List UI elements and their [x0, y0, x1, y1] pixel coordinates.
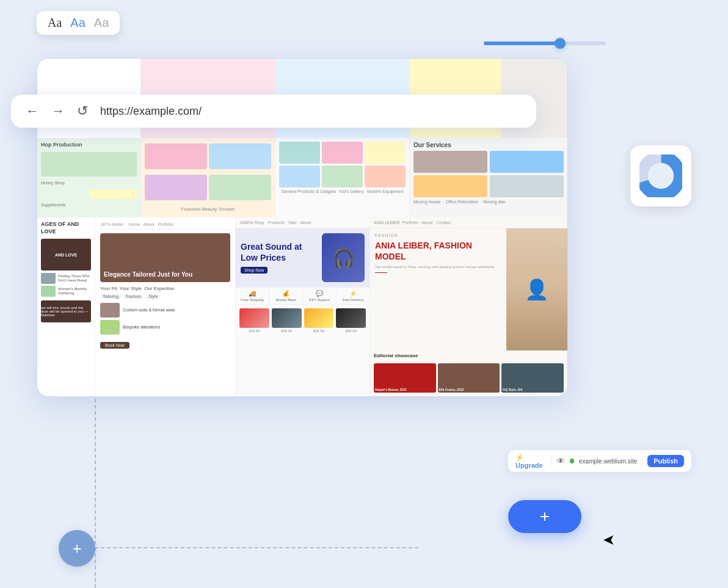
- status-dot: [570, 459, 574, 463]
- mid-site-1-sub: Honey Shop: [41, 181, 137, 185]
- editor-toolbar: ⚡ Upgrade 👁 example.weblium.site Publish: [508, 450, 691, 472]
- svc-thumb-4: [490, 175, 564, 197]
- mid-site-supplements: Supplements: [41, 203, 137, 207]
- font-option-sans[interactable]: Aa: [70, 16, 85, 30]
- shop-hero-content: Great Sound at Low Prices Shop Now: [241, 241, 318, 274]
- fashion-header: ANIA LEIBER Portfolio · About · Contact: [370, 217, 567, 228]
- lb-bottom-banner: we will this, knock and the door will be…: [41, 300, 91, 322]
- shop-product-3[interactable]: $39.99: [304, 308, 334, 333]
- blog-item-2: Bespoke alterations: [100, 320, 230, 335]
- blog-cta-area: Book Now: [100, 338, 230, 349]
- plus-icon-bottom-left: +: [72, 539, 81, 558]
- blog-sub-text: Your Fit. Your Style. Our Expertise: [100, 286, 230, 291]
- blog-items: Custom suits & formal wear Bespoke alter…: [100, 303, 230, 335]
- fashion-content: FASHION ANIA LEIBER, FASHION MODEL Top m…: [370, 228, 506, 350]
- lb-thumb-2: [41, 286, 56, 297]
- upgrade-button[interactable]: ⚡ Upgrade: [515, 454, 546, 469]
- shop-product-1[interactable]: $29.99: [239, 308, 269, 333]
- product-img-4: [336, 308, 366, 328]
- fashion-thumb-1-label: Harper's Bazaar, 2022: [375, 388, 407, 391]
- publish-button[interactable]: Publish: [647, 455, 684, 467]
- shop-product-4[interactable]: $59.99: [336, 308, 366, 333]
- product-price-2: $49.99: [272, 329, 302, 333]
- shop-feat-3-label: 24/7 Support: [309, 298, 330, 302]
- font-selector: Aa Aa Aa: [37, 11, 120, 35]
- lb-item-1: Finding Those Who Don't Have Bread: [41, 273, 91, 284]
- blog-item-1: Custom suits & formal wear: [100, 303, 230, 318]
- shop-cta-button[interactable]: Shop Now: [241, 267, 268, 274]
- shop-products: $29.99 $49.99 $39.99 $59.99: [236, 305, 369, 336]
- shop-feat-1: 🚚 Free Shipping: [236, 288, 269, 304]
- shop-product-2[interactable]: $49.99: [272, 308, 302, 333]
- blog-tag-1: Tailoring: [100, 294, 121, 299]
- fashion-showcase-label: Editorial showcase: [370, 350, 567, 361]
- svc-thumb-2: [490, 151, 564, 173]
- product-price-4: $59.99: [336, 329, 366, 333]
- delivery-icon: ⚡: [338, 290, 368, 297]
- blog-item-2-text: Bespoke alterations: [123, 324, 160, 330]
- lb-item-1-text: Finding Those Who Don't Have Bread: [58, 274, 91, 284]
- support-icon: 💬: [304, 290, 335, 297]
- toolbar-sep-1: [551, 456, 551, 466]
- fashion-hero-area: FASHION ANIA LEIBER, FASHION MODEL Top m…: [370, 228, 567, 350]
- shop-feat-2-label: Money Back: [275, 298, 296, 302]
- mid-site-beauty: Featured Beauty Shower: [141, 138, 275, 217]
- shop-feat-1-label: Free Shipping: [241, 298, 263, 302]
- product-price-3: $39.99: [304, 329, 334, 333]
- font-option-light[interactable]: Aa: [94, 16, 109, 30]
- svc-label-3: Moving afar: [483, 200, 506, 204]
- lb-item-2-text: Women's Monthly Gathering: [58, 287, 91, 297]
- back-button[interactable]: ←: [26, 103, 39, 119]
- fashion-thumb-2[interactable]: Elle France, 2022: [438, 363, 500, 393]
- shop-feat-4: ⚡ Fast Delivery: [337, 288, 369, 304]
- fashion-thumb-3-label: GQ Style, 202: [503, 388, 522, 391]
- lb-banner-text: we will this, knock and the door will be…: [41, 306, 91, 317]
- lb-items: Finding Those Who Don't Have Bread Women…: [41, 273, 91, 297]
- dashed-line-horizontal: [95, 547, 418, 548]
- site-left-blog: AGES OF AND LOVE AND LOVE Finding Those …: [37, 217, 95, 396]
- blog-hero: Elegance Tailored Just for You: [100, 233, 230, 282]
- shop-features: 🚚 Free Shipping 💰 Money Back 💬 24/7 Supp…: [236, 287, 369, 305]
- shop-hero-image: 🎧: [322, 233, 365, 282]
- slider-thumb[interactable]: [555, 38, 566, 49]
- url-input[interactable]: [100, 105, 522, 118]
- mid-sq-3: [365, 142, 406, 164]
- mid-sq-6: [365, 165, 406, 187]
- shop-header: JABRA Shop Products · Sale · About: [236, 217, 369, 228]
- svc-labels: Moving House Office Relocation Moving af…: [413, 200, 564, 204]
- mid-sq-1: [279, 142, 320, 164]
- blog-header-nav: Home · About · Portfolio: [128, 222, 173, 227]
- add-button-bottom-left[interactable]: +: [59, 530, 95, 567]
- slider-track[interactable]: [484, 42, 606, 45]
- eye-button[interactable]: 👁: [556, 456, 565, 466]
- font-option-serif[interactable]: Aa: [48, 16, 62, 30]
- fashion-desc: Top model based in Paris, working with l…: [375, 264, 501, 269]
- mid-tag-1: [41, 189, 88, 199]
- blog-tag-3: Style: [146, 294, 161, 299]
- fashion-nav: Portfolio · About · Contact: [402, 220, 451, 225]
- bottom-strip: AGES OF AND LOVE AND LOVE Finding Those …: [37, 217, 567, 396]
- lb-title: AGES OF AND LOVE: [41, 221, 91, 235]
- fashion-model-image: 👤: [506, 228, 567, 350]
- zoom-slider-container: [484, 42, 606, 45]
- product-img-3: [304, 308, 334, 328]
- refresh-button[interactable]: ↺: [77, 103, 88, 119]
- mid-site-production: Hop Production Honey Shop Supplements: [37, 138, 141, 217]
- plus-icon-main: +: [540, 507, 550, 526]
- site-blog-header: JATH Atelier Home · About · Portfolio: [100, 222, 230, 230]
- shop-nav: Products · Sale · About: [268, 220, 311, 225]
- mid-gadgets-label: General Products & Gadgets · Kid's Galle…: [279, 189, 406, 194]
- fashion-thumb-3[interactable]: GQ Style, 202: [501, 363, 564, 393]
- address-bar: ← → ↺: [11, 95, 536, 128]
- toolbar-sep-2: [642, 456, 642, 466]
- add-button-main[interactable]: +: [508, 500, 581, 533]
- mid-service-title: Our Services: [413, 142, 564, 148]
- lb-item-2: Women's Monthly Gathering: [41, 286, 91, 297]
- mid-sq-5: [322, 165, 363, 187]
- dashed-line-vertical: [95, 399, 96, 588]
- forward-button[interactable]: →: [51, 103, 65, 119]
- shop-feat-3: 💬 24/7 Support: [303, 288, 337, 304]
- blog-item-1-text: Custom suits & formal wear: [123, 307, 175, 313]
- blog-cta-btn[interactable]: Book Now: [100, 342, 129, 349]
- fashion-thumb-1[interactable]: Harper's Bazaar, 2022: [374, 363, 436, 393]
